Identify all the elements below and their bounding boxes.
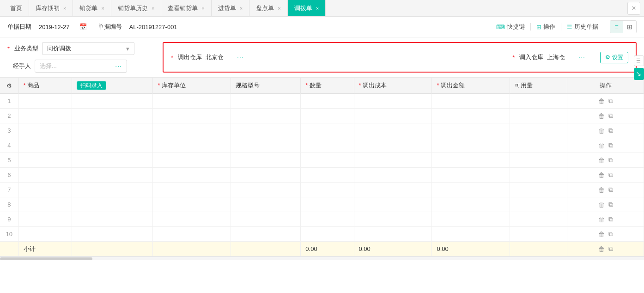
copy-icon[interactable]: ⧉: [608, 141, 613, 149]
list-view-button[interactable]: ≡: [610, 21, 623, 33]
grid-view-button[interactable]: ⊞: [623, 21, 636, 33]
delete-icon[interactable]: 🗑: [598, 112, 605, 120]
cell-cost[interactable]: [354, 197, 432, 212]
cell-amount[interactable]: [432, 212, 510, 227]
scan-button[interactable]: 扫码录入: [77, 81, 106, 90]
cell-unit[interactable]: [153, 153, 231, 168]
cell-unit[interactable]: [153, 212, 231, 227]
cell-cost[interactable]: [354, 94, 432, 109]
delete-icon[interactable]: 🗑: [598, 142, 605, 149]
tab-purchase[interactable]: 进货单 ×: [212, 0, 249, 16]
copy-icon[interactable]: ⧉: [608, 127, 613, 134]
cell-amount[interactable]: [432, 168, 510, 183]
copy-icon[interactable]: ⧉: [608, 245, 613, 253]
cell-unit[interactable]: [153, 197, 231, 212]
delete-icon[interactable]: 🗑: [598, 216, 605, 223]
cell-goods[interactable]: [18, 123, 72, 138]
cell-qty[interactable]: [301, 153, 354, 168]
tab-view-sales[interactable]: 查看销货单 ×: [161, 0, 211, 16]
cell-goods[interactable]: [18, 197, 72, 212]
copy-icon[interactable]: ⧉: [608, 156, 613, 164]
cell-spec[interactable]: [231, 168, 301, 183]
handler-select[interactable]: 选择... ···: [35, 60, 127, 73]
cell-unit[interactable]: [153, 123, 231, 138]
handler-more-icon[interactable]: ···: [115, 62, 122, 70]
tab-sales-order[interactable]: 销货单 ×: [73, 0, 111, 16]
cell-cost[interactable]: [354, 183, 432, 197]
cell-amount[interactable]: [432, 123, 510, 138]
history-button[interactable]: ☰ 历史单据: [567, 23, 598, 31]
cell-cost[interactable]: [354, 227, 432, 242]
delete-icon[interactable]: 🗑: [598, 127, 605, 134]
cell-unit[interactable]: [153, 183, 231, 197]
cell-qty[interactable]: [301, 109, 354, 123]
tab-stocktake[interactable]: 盘点单 ×: [249, 0, 287, 16]
cell-unit[interactable]: [153, 227, 231, 242]
cell-unit[interactable]: [153, 109, 231, 123]
settings-button[interactable]: ⚙ 设置: [600, 52, 628, 63]
cell-qty[interactable]: [301, 197, 354, 212]
cell-unit[interactable]: [153, 94, 231, 109]
tab-inventory-init[interactable]: 库存期初 ×: [29, 0, 73, 16]
cell-spec[interactable]: [231, 109, 301, 123]
calendar-icon[interactable]: 📅: [79, 23, 87, 31]
cell-qty[interactable]: [301, 94, 354, 109]
cell-goods[interactable]: [18, 94, 72, 109]
cell-unit[interactable]: [153, 168, 231, 183]
cell-spec[interactable]: [231, 197, 301, 212]
cell-cost[interactable]: [354, 153, 432, 168]
cell-cost[interactable]: [354, 168, 432, 183]
cell-goods[interactable]: [18, 138, 72, 153]
cell-amount[interactable]: [432, 197, 510, 212]
cell-amount[interactable]: [432, 153, 510, 168]
scrollbar-area[interactable]: [0, 256, 644, 260]
delete-icon[interactable]: 🗑: [598, 157, 605, 164]
cell-goods[interactable]: [18, 227, 72, 242]
sidebar-doc-button[interactable]: ☰: [634, 55, 644, 66]
cell-goods[interactable]: [18, 212, 72, 227]
operations-button[interactable]: ⊞ 操作: [536, 23, 555, 31]
window-close-button[interactable]: ×: [627, 2, 640, 15]
in-warehouse-more[interactable]: ···: [578, 54, 585, 61]
copy-icon[interactable]: ⧉: [608, 186, 613, 194]
delete-icon[interactable]: 🗑: [598, 186, 605, 194]
tab-home[interactable]: 首页: [4, 0, 29, 16]
tab-inventory-init-close[interactable]: ×: [63, 6, 66, 11]
delete-icon[interactable]: 🗑: [598, 171, 605, 179]
copy-icon[interactable]: ⧉: [608, 215, 613, 223]
sidebar-export-button[interactable]: ↗: [634, 68, 644, 80]
cell-spec[interactable]: [231, 94, 301, 109]
delete-icon[interactable]: 🗑: [598, 201, 605, 208]
cell-cost[interactable]: 0.00: [354, 242, 432, 256]
tab-transfer[interactable]: 调拨单 ×: [288, 0, 326, 16]
cell-cost[interactable]: [354, 138, 432, 153]
copy-icon[interactable]: ⧉: [608, 201, 613, 208]
cell-spec[interactable]: [231, 183, 301, 197]
cell-spec[interactable]: [231, 138, 301, 153]
cell-amount[interactable]: 0.00: [432, 242, 510, 256]
tab-purchase-close[interactable]: ×: [240, 6, 243, 11]
col-gear[interactable]: ⚙: [0, 78, 18, 94]
copy-icon[interactable]: ⧉: [608, 171, 613, 179]
copy-icon[interactable]: ⧉: [608, 230, 613, 238]
cell-qty[interactable]: 0.00: [301, 242, 354, 256]
cell-goods[interactable]: [18, 168, 72, 183]
cell-spec[interactable]: [231, 242, 301, 256]
cell-cost[interactable]: [354, 109, 432, 123]
cell-amount[interactable]: [432, 227, 510, 242]
cell-spec[interactable]: [231, 153, 301, 168]
cell-amount[interactable]: [432, 94, 510, 109]
cell-qty[interactable]: [301, 168, 354, 183]
copy-icon[interactable]: ⧉: [608, 112, 613, 120]
cell-goods[interactable]: [18, 153, 72, 168]
tab-sales-history-close[interactable]: ×: [152, 6, 154, 11]
cell-goods[interactable]: [18, 183, 72, 197]
cell-qty[interactable]: [301, 227, 354, 242]
cell-amount[interactable]: [432, 138, 510, 153]
cell-unit[interactable]: [153, 138, 231, 153]
delete-icon[interactable]: 🗑: [598, 245, 605, 253]
cell-cost[interactable]: [354, 123, 432, 138]
cell-spec[interactable]: [231, 123, 301, 138]
copy-icon[interactable]: ⧉: [608, 97, 613, 105]
cell-qty[interactable]: [301, 183, 354, 197]
